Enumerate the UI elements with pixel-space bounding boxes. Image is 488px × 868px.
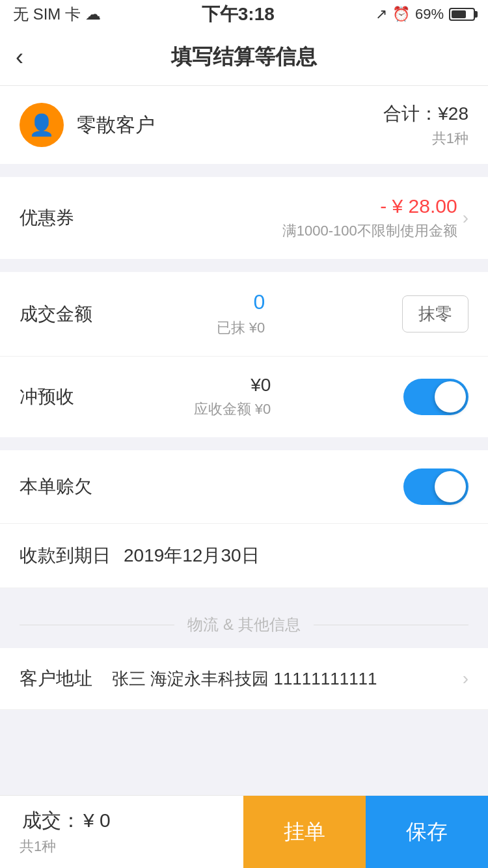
logistics-line-right <box>314 625 468 625</box>
customer-name: 零散客户 <box>77 112 155 139</box>
battery-percent: 69% <box>415 6 444 23</box>
deal-amount-row: 成交金额 0 已抹 ¥0 抹零 <box>0 272 488 357</box>
bottom-count: 共1种 <box>20 837 224 856</box>
credit-toggle[interactable] <box>403 468 468 505</box>
save-button[interactable]: 保存 <box>366 796 488 868</box>
credit-toggle-knob <box>435 471 466 502</box>
deal-amount-value[interactable]: 0 <box>254 290 265 314</box>
bottom-deal-value: ¥ 0 <box>83 809 111 831</box>
credit-label: 本单赊欠 <box>20 474 92 499</box>
deal-amount-sub: 已抹 ¥0 <box>217 318 265 338</box>
due-date-row: 收款到期日 2019年12月30日 <box>0 524 488 588</box>
section-gap-3 <box>0 437 488 450</box>
customer-count: 共1种 <box>383 129 468 148</box>
toggle-knob <box>435 381 466 413</box>
prepayment-toggle[interactable] <box>403 379 468 415</box>
avatar-icon: 👤 <box>29 113 55 137</box>
battery-icon <box>449 8 475 21</box>
logistics-separator: 物流 & 其他信息 <box>0 601 488 648</box>
round-up-button[interactable]: 抹零 <box>402 295 468 332</box>
coupon-chevron-icon: › <box>463 208 468 228</box>
prepayment-sub: 应收金额 ¥0 <box>194 400 271 419</box>
sim-status: 无 SIM 卡 ☁ <box>13 4 101 25</box>
prepayment-label: 冲预收 <box>20 385 74 409</box>
hang-button[interactable]: 挂单 <box>243 796 366 868</box>
status-bar: 无 SIM 卡 ☁ 下午3:18 ↗ ⏰ 69% <box>0 0 488 29</box>
prepayment-row: 冲预收 ¥0 应收金额 ¥0 <box>0 357 488 437</box>
coupon-sub: 满1000-100不限制使用金额 <box>74 221 457 241</box>
address-row[interactable]: 客户地址 张三 海淀永丰科技园 11111111111 › <box>0 648 488 710</box>
coupon-value: - ¥ 28.00 <box>74 195 457 217</box>
logistics-label: 物流 & 其他信息 <box>174 614 313 635</box>
location-icon: ↗ <box>375 6 387 23</box>
deal-section: 成交金额 0 已抹 ¥0 抹零 冲预收 ¥0 应收金额 ¥0 <box>0 272 488 437</box>
status-time: 下午3:18 <box>202 2 275 27</box>
nav-bar: ‹ 填写结算等信息 <box>0 29 488 86</box>
deal-amount-label: 成交金额 <box>20 302 92 327</box>
bottom-deal-text: 成交：¥ 0 <box>20 807 224 834</box>
due-date-label: 收款到期日 <box>20 543 111 568</box>
credit-row: 本单赊欠 <box>0 450 488 524</box>
customer-avatar: 👤 <box>20 103 64 147</box>
section-gap-4 <box>0 588 488 601</box>
address-chevron-icon: › <box>463 668 468 689</box>
customer-section: 👤 零散客户 合计：¥28 共1种 <box>0 86 488 164</box>
section-gap-2 <box>0 259 488 272</box>
coupon-row[interactable]: 优惠券 - ¥ 28.00 满1000-100不限制使用金额 › <box>0 177 488 259</box>
address-label: 客户地址 <box>20 666 92 691</box>
credit-section: 本单赊欠 收款到期日 2019年12月30日 <box>0 450 488 588</box>
alarm-icon: ⏰ <box>392 6 410 23</box>
bottom-bar: 成交：¥ 0 共1种 挂单 保存 <box>0 795 488 868</box>
page-title: 填写结算等信息 <box>171 43 317 72</box>
coupon-section: 优惠券 - ¥ 28.00 满1000-100不限制使用金额 › <box>0 177 488 259</box>
logistics-line-left <box>20 625 174 625</box>
status-left: 无 SIM 卡 ☁ <box>13 4 101 25</box>
back-button[interactable]: ‹ <box>16 44 23 71</box>
customer-total: 合计：¥28 <box>383 102 468 126</box>
customer-summary: 合计：¥28 共1种 <box>383 102 468 148</box>
section-gap-1 <box>0 164 488 177</box>
customer-left: 👤 零散客户 <box>20 103 155 147</box>
address-value: 张三 海淀永丰科技园 11111111111 <box>112 668 456 690</box>
coupon-label: 优惠券 <box>20 206 74 230</box>
status-right: ↗ ⏰ 69% <box>375 6 475 23</box>
bottom-summary: 成交：¥ 0 共1种 <box>0 796 243 868</box>
prepayment-value: ¥0 <box>251 375 271 396</box>
due-date-value: 2019年12月30日 <box>124 543 260 568</box>
